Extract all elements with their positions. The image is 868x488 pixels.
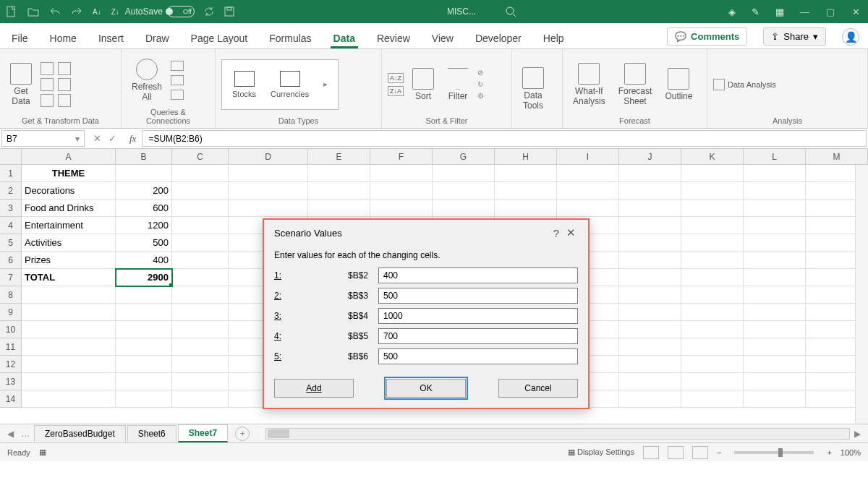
cell[interactable] [172, 165, 229, 182]
cell[interactable] [22, 356, 116, 373]
column-header[interactable]: K [681, 149, 744, 164]
sheet-tab-sheet7[interactable]: Sheet7 [178, 424, 228, 442]
cell[interactable] [681, 304, 744, 321]
column-header[interactable]: A [22, 149, 116, 164]
tab-formulas[interactable]: Formulas [266, 27, 314, 48]
cell[interactable] [370, 165, 433, 182]
row-header[interactable]: 11 [0, 338, 22, 356]
cell[interactable] [619, 200, 681, 217]
cell[interactable] [22, 304, 116, 321]
cell[interactable] [172, 304, 229, 321]
comments-button[interactable]: 💬 Comments [667, 27, 747, 46]
cell[interactable] [370, 182, 433, 200]
row-header[interactable]: 14 [0, 390, 22, 408]
reapply-icon[interactable]: ↻ [477, 80, 484, 88]
refresh-all-button[interactable]: Refresh All [127, 57, 166, 103]
row-header[interactable]: 13 [0, 373, 22, 390]
cell[interactable] [370, 200, 433, 217]
cell[interactable] [681, 321, 744, 338]
add-button[interactable]: Add [274, 379, 354, 398]
cell[interactable] [172, 269, 229, 286]
cell[interactable] [744, 321, 806, 338]
get-data-button[interactable]: Get Data [6, 61, 36, 108]
cell[interactable] [744, 373, 806, 390]
sheet-nav-dots[interactable]: … [18, 429, 33, 439]
tab-help[interactable]: Help [540, 27, 567, 48]
new-file-icon[interactable] [6, 6, 17, 17]
open-icon[interactable] [27, 6, 39, 17]
cell[interactable] [619, 182, 681, 200]
redo-icon[interactable] [71, 6, 82, 17]
scenario-value-input[interactable] [378, 308, 578, 324]
filter-button[interactable]: Filter [443, 67, 473, 103]
tab-insert[interactable]: Insert [95, 27, 127, 48]
what-if-button[interactable]: What-If Analysis [569, 61, 610, 108]
cell[interactable] [172, 321, 229, 338]
save-icon[interactable] [224, 6, 235, 17]
cell[interactable] [172, 356, 229, 373]
cell[interactable] [681, 338, 744, 356]
cell[interactable] [172, 182, 229, 200]
row-header[interactable]: 8 [0, 286, 22, 304]
column-header[interactable]: E [308, 149, 370, 164]
new-sheet-button[interactable]: + [235, 427, 250, 441]
cell[interactable] [433, 165, 495, 182]
minimize-button[interactable]: — [800, 7, 810, 17]
cell[interactable]: 1200 [116, 217, 172, 234]
cell[interactable] [681, 269, 744, 286]
cell[interactable] [619, 356, 681, 373]
cell[interactable] [681, 234, 744, 252]
cell[interactable] [172, 200, 229, 217]
cell[interactable] [744, 304, 806, 321]
cell[interactable] [172, 390, 229, 408]
sort-desc-icon[interactable]: Z↓ [111, 8, 119, 16]
column-header[interactable]: I [557, 149, 619, 164]
cell[interactable]: THEME [22, 165, 116, 182]
tab-home[interactable]: Home [47, 27, 80, 48]
fx-icon[interactable]: fx [124, 129, 142, 148]
cell[interactable]: Activities [22, 234, 116, 252]
scenario-value-input[interactable] [378, 267, 578, 283]
row-header[interactable]: 7 [0, 269, 22, 286]
cell[interactable] [619, 390, 681, 408]
cell[interactable] [681, 252, 744, 269]
cell[interactable] [619, 269, 681, 286]
forecast-sheet-button[interactable]: Forecast Sheet [614, 61, 657, 108]
cell[interactable] [619, 338, 681, 356]
cell[interactable] [495, 165, 557, 182]
ok-button[interactable]: OK [386, 379, 466, 398]
cell[interactable] [744, 200, 806, 217]
cell[interactable]: Entertainment [22, 217, 116, 234]
cell[interactable] [308, 165, 370, 182]
cell[interactable] [172, 234, 229, 252]
cell[interactable] [744, 269, 806, 286]
cell[interactable] [619, 304, 681, 321]
formula-input[interactable]: =SUM(B2:B6) [142, 130, 867, 147]
cell[interactable] [681, 373, 744, 390]
column-header[interactable]: D [229, 149, 308, 164]
cell[interactable] [681, 390, 744, 408]
brush-icon[interactable]: ✎ [752, 7, 760, 17]
name-box[interactable]: B7▾ [1, 130, 85, 147]
outline-button[interactable]: Outline [660, 67, 697, 103]
cell[interactable]: 200 [116, 182, 172, 200]
column-header[interactable]: M [806, 149, 868, 164]
row-header[interactable]: 4 [0, 217, 22, 234]
cell[interactable] [22, 321, 116, 338]
display-settings-button[interactable]: ▦ Display Settings [568, 448, 634, 457]
clear-icon[interactable]: ⊘ [477, 69, 484, 77]
cancel-formula-icon[interactable]: ✕ [93, 133, 101, 144]
sheet-tab-sheet6[interactable]: Sheet6 [127, 425, 176, 442]
macro-record-icon[interactable]: ▦ [39, 448, 46, 457]
cell[interactable] [681, 286, 744, 304]
scenario-value-input[interactable] [378, 288, 578, 304]
row-header[interactable]: 2 [0, 182, 22, 200]
cell[interactable] [681, 356, 744, 373]
cell[interactable] [22, 373, 116, 390]
from-text-icon[interactable] [41, 62, 54, 75]
cell[interactable] [433, 182, 495, 200]
tab-file[interactable]: File [9, 27, 31, 48]
cell[interactable] [619, 373, 681, 390]
zoom-out-button[interactable]: − [717, 448, 721, 457]
sort-button[interactable]: Sort [408, 67, 438, 103]
